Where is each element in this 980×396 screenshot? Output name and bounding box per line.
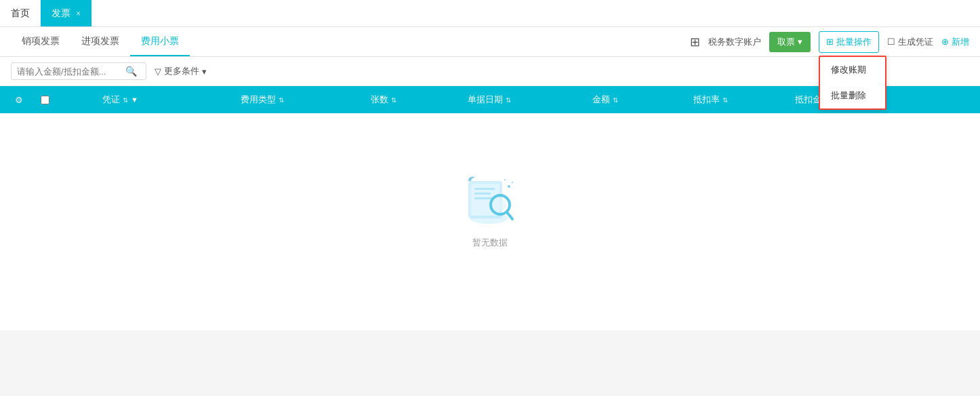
add-button[interactable]: ⊕ 新增 <box>941 36 969 48</box>
tab-purchase-invoice[interactable]: 进项发票 <box>70 27 130 56</box>
svg-rect-5 <box>474 197 493 199</box>
svg-point-10 <box>512 182 514 184</box>
th-date[interactable]: 单据日期 ⇅ <box>426 94 553 106</box>
generate-icon: ☐ <box>887 37 895 47</box>
empty-text: 暂无数据 <box>472 237 508 249</box>
add-icon: ⊕ <box>941 37 949 47</box>
empty-state: 暂无数据 <box>0 113 980 276</box>
th-checkbox[interactable] <box>33 96 57 104</box>
th-voucher[interactable]: 凭证 ⇅ ▼ <box>57 94 184 106</box>
chevron-down-icon: ▾ <box>798 37 802 47</box>
home-tab[interactable]: 首页 <box>0 0 41 26</box>
sort-voucher-icon: ⇅ <box>123 96 128 104</box>
batch-ops-dropdown: 修改账期 批量删除 <box>819 56 886 110</box>
svg-point-11 <box>504 179 506 180</box>
tab-sales-invoice[interactable]: 销项发票 <box>11 27 70 56</box>
top-nav: 首页 发票 × <box>0 0 980 27</box>
empty-icon <box>456 167 524 229</box>
svg-point-7 <box>494 199 506 211</box>
table-body: 暂无数据 <box>0 113 980 330</box>
sort-amount-icon: ⇅ <box>613 96 618 104</box>
search-icon[interactable]: 🔍 <box>125 66 137 77</box>
svg-line-8 <box>507 212 512 219</box>
batch-delete-item[interactable]: 批量删除 <box>820 83 885 108</box>
svg-rect-3 <box>474 188 495 190</box>
search-input-wrap[interactable]: 🔍 <box>11 62 146 80</box>
sub-nav-tabs: 销项发票 进项发票 费用小票 <box>11 27 190 56</box>
tab-expense-receipt[interactable]: 费用小票 <box>130 27 190 56</box>
qr-button[interactable]: ⊞ <box>690 35 700 50</box>
generate-voucher-button[interactable]: ☐ 生成凭证 <box>887 36 933 48</box>
sort-date-icon: ⇅ <box>506 96 511 104</box>
th-gear[interactable]: ⚙ <box>5 95 33 105</box>
sub-nav: 销项发票 进项发票 费用小票 ⊞ 税务数字账户 取票 ▾ ⊞ 批量操作 修改账期… <box>0 27 980 57</box>
sub-nav-actions: ⊞ 税务数字账户 取票 ▾ ⊞ 批量操作 修改账期 批量删除 ☐ 生成凭证 ⊕ … <box>690 31 969 53</box>
batch-icon: ⊞ <box>826 37 834 47</box>
close-tab-icon[interactable]: × <box>76 9 81 18</box>
svg-rect-4 <box>474 193 491 195</box>
more-conditions-button[interactable]: ▽ 更多条件 ▾ <box>155 65 207 77</box>
th-count[interactable]: 张数 ⇅ <box>342 94 426 106</box>
sort-expense-type-icon: ⇅ <box>279 96 284 104</box>
tax-account-button[interactable]: 税务数字账户 <box>708 36 761 48</box>
sort-deduct-rate-icon: ⇅ <box>722 96 728 104</box>
batch-ops-container: ⊞ 批量操作 修改账期 批量删除 <box>819 31 879 53</box>
modify-period-item[interactable]: 修改账期 <box>820 57 885 83</box>
th-deduct-rate[interactable]: 抵扣率 ⇅ <box>658 94 764 106</box>
sort-count-icon: ⇅ <box>391 96 396 104</box>
th-expense-type[interactable]: 费用类型 ⇅ <box>184 94 342 106</box>
gear-icon[interactable]: ⚙ <box>15 95 23 105</box>
chevron-down-icon: ▾ <box>202 66 207 77</box>
filter-icon: ▽ <box>155 66 161 77</box>
search-input[interactable] <box>17 66 125 77</box>
filter-voucher-icon[interactable]: ▼ <box>131 96 138 104</box>
th-amount[interactable]: 金额 ⇅ <box>552 94 658 106</box>
svg-point-9 <box>508 185 510 188</box>
batch-ops-button[interactable]: ⊞ 批量操作 <box>819 31 879 53</box>
get-ticket-button[interactable]: 取票 ▾ <box>769 32 811 52</box>
select-all-checkbox[interactable] <box>41 96 49 104</box>
invoice-tab[interactable]: 发票 × <box>41 0 91 26</box>
qr-icon: ⊞ <box>690 35 700 50</box>
